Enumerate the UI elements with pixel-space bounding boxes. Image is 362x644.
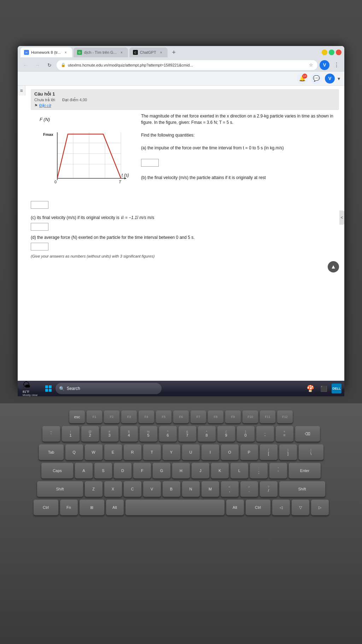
- key-f[interactable]: F: [133, 463, 151, 478]
- key-z[interactable]: Z: [85, 481, 103, 497]
- key-d[interactable]: D: [114, 463, 132, 478]
- taskbar-dell-icon[interactable]: DELL: [332, 384, 341, 393]
- key-f4[interactable]: F4: [139, 410, 154, 423]
- tab1-close[interactable]: ×: [63, 50, 69, 55]
- key-period[interactable]: >.: [240, 481, 258, 497]
- key-q[interactable]: Q: [65, 444, 83, 460]
- key-f2[interactable]: F2: [104, 410, 119, 423]
- key-p[interactable]: P: [240, 444, 258, 460]
- key-b[interactable]: B: [163, 481, 180, 497]
- chat-button[interactable]: 💬: [311, 73, 322, 84]
- key-windows[interactable]: ⊞: [80, 500, 104, 515]
- key-f5[interactable]: F5: [156, 410, 171, 423]
- answer-a-right-input[interactable]: [141, 159, 159, 167]
- weather-widget[interactable]: 🌤 81°F Mostly clear: [21, 380, 40, 397]
- key-f8[interactable]: F8: [208, 410, 223, 423]
- key-f10[interactable]: F10: [243, 410, 258, 423]
- key-i[interactable]: I: [202, 444, 219, 460]
- window-close-btn[interactable]: [336, 50, 341, 55]
- key-2[interactable]: @2: [81, 426, 99, 442]
- key-o[interactable]: O: [221, 444, 239, 460]
- key-backslash[interactable]: |\: [299, 444, 323, 460]
- key-u[interactable]: U: [182, 444, 200, 460]
- tab3-close[interactable]: ×: [158, 50, 164, 55]
- browser-tab-1[interactable]: H Homework 8 (tr... ×: [21, 47, 72, 57]
- taskbar-search-bar[interactable]: 🔍 Search: [56, 383, 162, 394]
- key-minus[interactable]: _-: [256, 426, 274, 442]
- key-t[interactable]: T: [143, 444, 161, 460]
- tab2-close[interactable]: ×: [119, 50, 124, 55]
- profile-dropdown-btn[interactable]: ▾: [338, 76, 340, 81]
- key-slash[interactable]: ?/: [260, 481, 278, 497]
- key-right-shift[interactable]: Shift: [279, 481, 325, 497]
- key-f6[interactable]: F6: [173, 410, 189, 423]
- browser-tab-2[interactable]: G dịch - Tìm trên G... ×: [74, 47, 128, 57]
- start-button[interactable]: [43, 383, 54, 394]
- key-6[interactable]: ^6: [159, 426, 177, 442]
- scroll-to-top-button[interactable]: ▲: [328, 261, 339, 272]
- key-a[interactable]: A: [75, 463, 93, 478]
- key-k[interactable]: K: [211, 463, 229, 478]
- key-caps[interactable]: Caps: [41, 463, 73, 478]
- browser-menu-button[interactable]: ⋮: [332, 60, 341, 70]
- bookmark-star-icon[interactable]: ☆: [309, 62, 313, 68]
- key-bracket-right[interactable]: }]: [279, 444, 297, 460]
- key-equals[interactable]: +=: [276, 426, 293, 442]
- key-left-alt[interactable]: Alt: [106, 500, 124, 515]
- key-enter[interactable]: Enter: [289, 463, 321, 478]
- key-arrow-right[interactable]: ▷: [311, 500, 329, 515]
- taskbar-app-mushroom-icon[interactable]: 🍄: [305, 383, 316, 394]
- key-9[interactable]: (9: [217, 426, 235, 442]
- key-f11[interactable]: F11: [260, 410, 275, 423]
- key-j[interactable]: J: [192, 463, 209, 478]
- key-arrow-down[interactable]: ▽: [292, 500, 309, 515]
- notification-bell-button[interactable]: 🔔 14: [297, 73, 308, 84]
- key-left-shift[interactable]: Shift: [37, 481, 83, 497]
- key-spacebar[interactable]: [125, 500, 224, 515]
- key-esc[interactable]: esc: [69, 410, 85, 423]
- key-tab[interactable]: Tab: [39, 444, 64, 460]
- key-bracket-left[interactable]: {[: [260, 444, 278, 460]
- key-f1[interactable]: F1: [87, 410, 102, 423]
- key-right-alt[interactable]: Alt: [226, 500, 244, 515]
- key-f12[interactable]: F12: [277, 410, 293, 423]
- window-minimize-btn[interactable]: [322, 50, 327, 55]
- new-tab-button[interactable]: +: [169, 47, 179, 57]
- back-button[interactable]: ←: [21, 60, 30, 70]
- key-5[interactable]: %5: [140, 426, 157, 442]
- browser-tab-3[interactable]: C ChatGPT ×: [129, 47, 168, 57]
- taskbar-app-square-icon[interactable]: ⬛: [318, 383, 329, 394]
- key-backspace[interactable]: ⌫: [295, 426, 320, 442]
- key-right-ctrl[interactable]: Ctrl: [246, 500, 270, 515]
- key-left-ctrl[interactable]: Ctrl: [34, 500, 58, 515]
- key-fn[interactable]: Fn: [60, 500, 78, 515]
- answer-c-input[interactable]: [31, 223, 48, 231]
- answer-a-input[interactable]: [31, 201, 48, 209]
- key-1[interactable]: !1: [62, 426, 80, 442]
- key-8[interactable]: *8: [198, 426, 216, 442]
- key-x[interactable]: X: [104, 481, 122, 497]
- key-comma[interactable]: <,: [221, 481, 239, 497]
- key-semicolon[interactable]: :;: [250, 463, 268, 478]
- key-e[interactable]: E: [104, 444, 122, 460]
- key-h[interactable]: H: [172, 463, 190, 478]
- key-backtick[interactable]: ~`: [42, 426, 60, 442]
- key-3[interactable]: #3: [101, 426, 118, 442]
- key-f7[interactable]: F7: [191, 410, 206, 423]
- key-y[interactable]: Y: [163, 444, 180, 460]
- key-4[interactable]: $4: [120, 426, 138, 442]
- key-f3[interactable]: F3: [121, 410, 137, 423]
- profile-button[interactable]: V: [320, 60, 329, 70]
- key-7[interactable]: &7: [179, 426, 196, 442]
- window-maximize-btn[interactable]: [329, 50, 334, 55]
- hamburger-menu-icon[interactable]: ≡: [18, 87, 25, 94]
- key-v[interactable]: V: [143, 481, 161, 497]
- key-w[interactable]: W: [85, 444, 103, 460]
- key-f9[interactable]: F9: [225, 410, 241, 423]
- key-s[interactable]: S: [94, 463, 112, 478]
- address-bar[interactable]: 🔒 utexlms.hcmute.edu.vn/mod/quiz/attempt…: [57, 60, 317, 70]
- key-c[interactable]: C: [124, 481, 141, 497]
- forward-button[interactable]: →: [33, 60, 42, 70]
- key-0[interactable]: )0: [237, 426, 255, 442]
- key-r[interactable]: R: [124, 444, 141, 460]
